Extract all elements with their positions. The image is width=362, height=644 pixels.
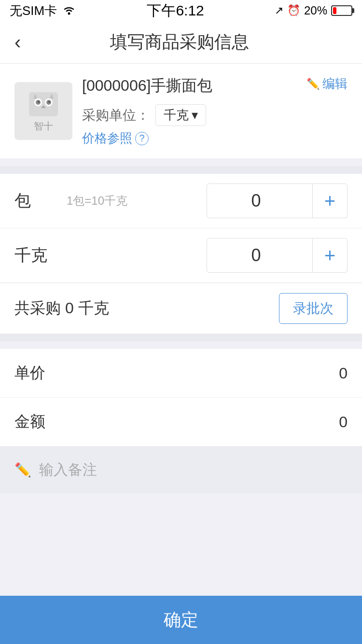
unit-price-label: 单价 xyxy=(14,363,45,384)
summary-text: 共采购 0 千克 xyxy=(14,298,109,319)
product-card: 智十 [0000006]手撕面包 采购单位： 千克 ▾ 价格参照 ? ✏️ xyxy=(0,64,362,158)
status-time: 下午6:12 xyxy=(147,1,204,21)
amount-label: 金额 xyxy=(14,411,45,433)
status-bar: 无SIM卡 下午6:12 ↗ ⏰ 20% xyxy=(0,0,362,21)
status-right: ↗ ⏰ 20% xyxy=(275,4,352,17)
kg-label: 千克 xyxy=(14,244,63,266)
price-info-section: 单价 0 金额 0 xyxy=(0,349,362,447)
product-right-actions: ✏️ 编辑 xyxy=(306,75,348,147)
svg-point-0 xyxy=(68,12,70,14)
status-left: 无SIM卡 xyxy=(10,2,76,19)
svg-point-6 xyxy=(38,101,40,103)
bag-input-controls: + xyxy=(207,183,348,218)
bag-quantity-input[interactable] xyxy=(207,183,313,218)
svg-rect-1 xyxy=(29,92,58,116)
section-divider-2 xyxy=(0,334,362,341)
pencil-icon: ✏️ xyxy=(14,462,31,478)
page-title: 填写商品采购信息 xyxy=(30,30,328,54)
carrier-text: 无SIM卡 xyxy=(10,2,57,19)
bag-hint: 1包=10千克 xyxy=(67,193,127,209)
location-icon: ↗ xyxy=(275,4,283,17)
product-image: 智十 xyxy=(14,82,72,140)
product-unit-row: 采购单位： 千克 ▾ xyxy=(82,104,297,126)
purchase-unit-label: 采购单位： xyxy=(82,106,150,125)
dropdown-arrow-icon: ▾ xyxy=(192,108,198,123)
nav-bar: ‹ 填写商品采购信息 xyxy=(0,21,362,64)
bag-label: 包 xyxy=(14,190,63,212)
section-divider-1 xyxy=(0,166,362,174)
edit-icon: ✏️ xyxy=(306,78,320,90)
confirm-button[interactable]: 确定 xyxy=(164,608,198,632)
kg-input-row: 千克 + xyxy=(0,228,362,283)
unit-price-row: 单价 0 xyxy=(0,349,362,398)
help-icon: ? xyxy=(135,132,149,145)
unit-selector[interactable]: 千克 ▾ xyxy=(155,104,206,126)
alarm-icon: ⏰ xyxy=(287,4,300,17)
summary-row: 共采购 0 千克 录批次 xyxy=(0,283,362,334)
kg-plus-button[interactable]: + xyxy=(313,238,348,273)
batch-record-button[interactable]: 录批次 xyxy=(279,293,348,324)
edit-button[interactable]: ✏️ 编辑 xyxy=(306,75,348,92)
quantity-input-section: 包 1包=10千克 + 千克 + 共采购 0 千克 录批次 xyxy=(0,174,362,334)
battery-icon xyxy=(331,5,352,16)
kg-quantity-input[interactable] xyxy=(207,238,313,273)
remark-section: ✏️ 输入备注 xyxy=(0,447,362,493)
amount-value: 0 xyxy=(339,413,348,431)
svg-point-7 xyxy=(48,101,50,103)
kg-input-controls: + xyxy=(207,238,348,273)
amount-row: 金额 0 xyxy=(0,398,362,447)
remark-placeholder[interactable]: 输入备注 xyxy=(39,460,97,480)
product-thumbnail-icon xyxy=(27,90,60,119)
product-info: [0000006]手撕面包 采购单位： 千克 ▾ 价格参照 ? xyxy=(82,75,297,147)
product-name: [0000006]手撕面包 xyxy=(82,75,297,97)
wifi-icon xyxy=(62,3,76,18)
price-reference-link[interactable]: 价格参照 ? xyxy=(82,130,297,147)
unit-price-value: 0 xyxy=(339,364,348,382)
bag-input-row: 包 1包=10千克 + xyxy=(0,174,362,228)
confirm-footer[interactable]: 确定 xyxy=(0,596,362,644)
battery-percent: 20% xyxy=(304,4,327,17)
bag-plus-button[interactable]: + xyxy=(313,183,348,218)
back-button[interactable]: ‹ xyxy=(14,31,30,53)
